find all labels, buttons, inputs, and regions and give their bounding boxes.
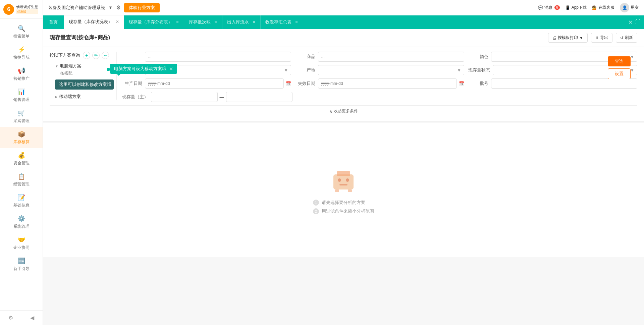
add-scheme-btn[interactable]: + — [83, 52, 90, 59]
collapse-btn[interactable]: ∧ 收起更多条件 — [329, 108, 358, 114]
warehouse-dots: ··· — [148, 54, 152, 59]
tab-home[interactable]: 首页 — [43, 15, 64, 29]
tab-inventory-status[interactable]: 现存量（库存状况表） ✕ — [64, 15, 124, 29]
online-support-btn[interactable]: 💁 在线客服 — [592, 5, 614, 10]
warehouse-select[interactable]: ··· — [145, 52, 291, 62]
sidebar-item-cooperation[interactable]: 🤝 企业协同 — [0, 233, 43, 254]
tip-text-2: 用过滤条件来缩小分析范围 — [322, 208, 374, 214]
system-title: 装备及固定资产辅助管理系统 — [48, 5, 105, 11]
prod-date-input[interactable] — [145, 78, 284, 89]
scheme-list: ▼ 电脑端方案 按搭配 这里可以创建和修改方案哦 ✕ — [55, 63, 114, 100]
scheme-item-desktop-sub[interactable]: 按搭配 — [60, 70, 114, 76]
tip-num-1: 1 — [313, 200, 319, 206]
set-btn[interactable]: 设置 — [608, 68, 631, 79]
tooltip2-close[interactable]: ✕ — [114, 82, 118, 87]
color-chevron: ▼ — [630, 54, 634, 59]
goods-select[interactable]: ··· — [318, 52, 464, 62]
expire-date-calendar-icon[interactable]: 📅 — [459, 81, 464, 86]
sidebar-item-quick-nav[interactable]: ⚡ 快捷导航 — [0, 43, 43, 64]
header-dropdown-btn[interactable]: ▼ — [108, 5, 113, 10]
sidebar-item-sales[interactable]: 📊 销售管理 — [0, 85, 43, 106]
origin-select[interactable]: ▼ — [318, 65, 464, 75]
tab-expand-btn[interactable]: ⛶ — [635, 19, 641, 25]
expire-date-input[interactable] — [318, 78, 457, 89]
tab-inventory-status-label: 现存量（库存状况表） — [69, 19, 112, 25]
sidebar-item-purchase[interactable]: 🛒 采购管理 — [0, 106, 43, 127]
sidebar-item-finance[interactable]: 💰 资金管理 — [0, 148, 43, 169]
prod-date-calendar-icon[interactable]: 📅 — [286, 81, 291, 86]
filter-panel: 按以下方案查询 + ✏ ← 电脑方案可设为移动方案哦 ✕ — [43, 47, 644, 122]
tab-inventory-dist-close[interactable]: ✕ — [176, 20, 179, 24]
sidebar-item-operations[interactable]: 📋 经营管理 — [0, 169, 43, 191]
page-title: 现存量查询(按仓库+商品) — [50, 34, 110, 41]
experience-btn[interactable]: 体验行业方案 — [124, 3, 160, 12]
tab-inventory-dist[interactable]: 现存量（库存分布表） ✕ — [124, 15, 184, 29]
sidebar-settings-btn[interactable]: ⚙ — [8, 315, 13, 321]
notification-btn[interactable]: 💬 消息 6 — [538, 5, 560, 10]
header-right: 💬 消息 6 📱 App下载 💁 在线客服 👤 用友 — [538, 3, 639, 12]
expire-date-range: 📅 — [318, 78, 464, 89]
sidebar-item-system[interactable]: ⚙️ 系统管理 — [0, 212, 43, 233]
support-label: 在线客服 — [598, 5, 614, 10]
desktop-sub-label: 按搭配 — [60, 70, 72, 76]
stock-status-label: 现存量状态 — [468, 67, 490, 73]
search-btn[interactable]: 查询 — [608, 56, 631, 66]
filter-field-origin: 产地 ▼ — [295, 65, 464, 75]
tab-inventory-status-close[interactable]: ✕ — [116, 19, 119, 24]
sidebar-item-label: 新手引导 — [13, 266, 30, 272]
stock-main-dash: — — [220, 95, 224, 100]
scheme-item-mobile[interactable]: ▶ 移动端方案 — [55, 94, 114, 100]
tab-batch-account-label: 库存批次账 — [189, 19, 211, 25]
tab-close-all-btn[interactable]: ✕ — [628, 19, 633, 25]
edit-scheme-btn[interactable]: ✏ — [92, 52, 100, 59]
logo-text: 畅通诶好生意 标准版 — [16, 4, 38, 14]
sidebar-item-label: 库存核算 — [13, 139, 30, 145]
color-label: 颜色 — [468, 54, 488, 60]
tooltip-create-scheme: 这里可以创建和修改方案哦 ✕ — [55, 79, 114, 90]
tab-batch-account[interactable]: 库存批次账 ✕ — [184, 15, 222, 29]
svg-rect-1 — [337, 171, 350, 176]
sidebar-item-inventory[interactable]: 📦 库存核算 — [0, 127, 43, 148]
inventory-icon: 📦 — [18, 130, 25, 138]
app-download-btn[interactable]: 📱 App下载 — [565, 5, 587, 10]
empty-state-container: 1 请先选择要分析的方案 2 用过滤条件来缩小分析范围 — [43, 123, 644, 257]
goods-dots: ··· — [321, 54, 325, 59]
stock-main-min-input[interactable] — [151, 92, 218, 102]
sidebar-item-guide[interactable]: 🆕 新手引导 — [0, 254, 43, 275]
export-btn[interactable]: ⬆ 导出 — [591, 33, 612, 43]
cooperation-icon: 🤝 — [18, 236, 25, 243]
sidebar-collapse-btn[interactable]: ◀ — [30, 315, 34, 321]
filter-field-expire-date: 失效日期 📅 — [295, 78, 464, 89]
sidebar-item-search-menu[interactable]: 🔍 搜索菜单 — [0, 21, 43, 43]
tooltip1-close[interactable]: ✕ — [169, 66, 173, 71]
filter-row-4: 现存量（主） — — [122, 92, 637, 102]
stock-main-label: 现存量（主） — [122, 94, 148, 100]
scheme-item-desktop[interactable]: ▼ 电脑端方案 — [55, 63, 114, 69]
print-btn[interactable]: 🖨 按模板打印 ▼ — [548, 33, 588, 43]
back-scheme-btn[interactable]: ← — [102, 52, 109, 59]
page-actions: 🖨 按模板打印 ▼ ⬆ 导出 ↺ 刷新 — [548, 33, 637, 43]
tab-inout-flow[interactable]: 出入库流水 ✕ — [222, 15, 261, 29]
finance-icon: 💰 — [18, 152, 25, 159]
origin-chevron: ▼ — [457, 68, 461, 73]
desktop-scheme-label: 电脑端方案 — [60, 63, 82, 69]
desktop-expand-arrow: ▼ — [55, 64, 58, 68]
tab-inout-flow-close[interactable]: ✕ — [252, 20, 256, 24]
batch-input[interactable] — [491, 78, 637, 89]
refresh-btn[interactable]: ↺ 刷新 — [616, 33, 637, 43]
sidebar-item-basic-info[interactable]: 📝 基础信息 — [0, 191, 43, 212]
sidebar-item-marketing[interactable]: 📢 营销推广 — [0, 64, 43, 85]
tab-collect-summary-close[interactable]: ✕ — [295, 20, 298, 24]
filter-field-stock-main: 现存量（主） — — [122, 92, 292, 102]
svg-rect-6 — [348, 189, 352, 192]
export-icon: ⬆ — [595, 36, 599, 40]
expire-date-label: 失效日期 — [295, 80, 315, 87]
tab-collect-summary[interactable]: 收发存汇总表 ✕ — [261, 15, 303, 29]
avatar-icon: 👤 — [622, 5, 627, 10]
header-settings-btn[interactable]: ⚙ — [116, 4, 121, 11]
filter-field-warehouse: ··· — [122, 52, 291, 62]
empty-tips: 1 请先选择要分析的方案 2 用过滤条件来缩小分析范围 — [313, 200, 374, 214]
stock-main-max-input[interactable] — [226, 92, 293, 102]
tab-batch-account-close[interactable]: ✕ — [214, 20, 217, 24]
user-btn[interactable]: 👤 用友 — [620, 3, 639, 12]
